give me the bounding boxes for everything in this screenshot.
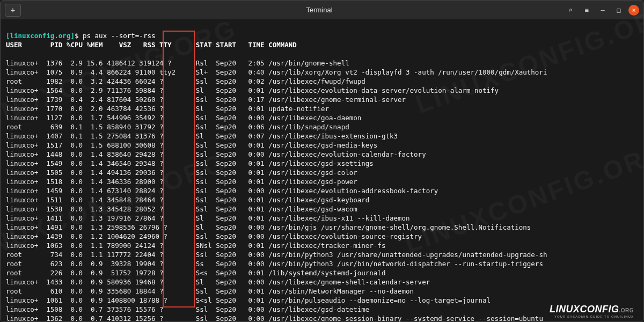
close-button[interactable]: × (628, 5, 639, 16)
process-row: linuxco+ 1075 0.9 4.4 866224 91100 tty2 … (6, 68, 638, 77)
menu-button[interactable]: ≡ (580, 4, 593, 17)
brand-logo: LINUXCONFIG.ORG YOUR SYSADMIN GUIDE TO G… (550, 304, 634, 318)
maximize-button[interactable]: □ (612, 4, 625, 17)
process-row: linuxco+ 1439 0.0 1.2 1004620 24960 ? Ss… (6, 232, 638, 241)
process-row: linuxco+ 1564 0.0 2.9 711376 59884 ? Sl … (6, 86, 638, 95)
logo-suffix: .ORG (619, 308, 634, 313)
process-row: linuxco+ 1770 0.0 2.0 463784 42536 ? Sl … (6, 104, 638, 113)
process-row: linuxco+ 1505 0.0 1.4 494136 29036 ? Ssl… (6, 168, 638, 177)
process-row: linuxco+ 1433 0.0 0.9 580936 19468 ? Sl … (6, 277, 638, 287)
titlebar-right: ⌕ ≡ — □ × (564, 4, 639, 17)
prompt-hostname: linuxconfig.org (10, 32, 71, 40)
ps-header-row: USER PID %CPU %MEM VSZ RSS TTY STAT STAR… (6, 40, 638, 49)
process-row: root 623 0.0 0.9 39328 19904 ? Ss Sep20 … (6, 259, 638, 268)
process-row: root 639 0.1 1.5 858940 31792 ? Ssl Sep2… (6, 122, 638, 131)
process-row: linuxco+ 1508 0.0 0.7 373576 15576 ? Ssl… (6, 305, 638, 314)
process-row: linuxco+ 1491 0.0 1.3 2598536 26796 ? Sl… (6, 223, 638, 232)
process-row: linuxco+ 1061 0.0 0.9 1408800 18788 ? S<… (6, 296, 638, 305)
prompt-bracket-open: [ (6, 32, 10, 40)
minimize-button[interactable]: — (596, 4, 609, 17)
process-row: root 226 0.0 0.9 51752 19728 ? S<s Sep20… (6, 268, 638, 277)
minimize-icon: — (601, 6, 604, 14)
process-row: linuxco+ 1411 0.0 1.3 197916 27864 ? Sl … (6, 214, 638, 223)
search-button[interactable]: ⌕ (564, 4, 577, 17)
logo-tagline: YOUR SYSADMIN GUIDE TO GNU/LINUX (550, 315, 634, 318)
command-text: ps aux --sort=-rss (83, 32, 155, 40)
prompt-bracket-close: ] (70, 32, 75, 40)
process-row: linuxco+ 1739 0.4 2.4 817604 50260 ? Ssl… (6, 95, 638, 104)
process-row: root 610 0.0 0.9 335680 18844 ? Ssl Sep2… (6, 287, 638, 296)
process-row: linuxco+ 1407 0.1 1.5 275084 31376 ? Sl … (6, 131, 638, 141)
search-icon: ⌕ (568, 6, 572, 14)
process-row: root 1982 0.0 3.2 424436 66024 ? Ssl Sep… (6, 77, 638, 86)
menu-icon: ≡ (584, 6, 588, 14)
process-row: linuxco+ 1518 0.0 1.4 346336 28900 ? Ssl… (6, 177, 638, 186)
terminal-output[interactable]: [linuxconfig.org]$ ps aux --sort=-rss US… (1, 20, 643, 322)
prompt-dollar: $ (75, 32, 83, 40)
process-row: linuxco+ 1538 0.0 1.3 345428 28052 ? Ssl… (6, 204, 638, 214)
process-row: linuxco+ 1517 0.0 1.5 688100 30608 ? Ssl… (6, 141, 638, 150)
maximize-icon: □ (617, 6, 620, 14)
process-row: linuxco+ 1448 0.0 1.4 838640 29428 ? Ssl… (6, 150, 638, 159)
process-row: linuxco+ 1511 0.0 1.4 345848 28464 ? Ssl… (6, 195, 638, 204)
process-row: linuxco+ 1063 0.0 1.1 789900 24124 ? SNs… (6, 241, 638, 250)
window-title: Terminal (75, 6, 564, 14)
logo-main: LINUXCONFIG (550, 304, 619, 314)
process-row: linuxco+ 1459 0.0 1.4 673140 28824 ? Ssl… (6, 186, 638, 195)
process-row: linuxco+ 1376 2.9 15.6 4186412 319124 ? … (6, 58, 638, 68)
process-row: linuxco+ 1127 0.0 1.7 544996 35492 ? Ssl… (6, 113, 638, 122)
process-row: linuxco+ 1549 0.0 1.4 346540 29348 ? Ssl… (6, 159, 638, 168)
titlebar-left: + (5, 4, 75, 17)
process-row: root 734 0.0 1.1 117772 22404 ? Ssl Sep2… (6, 250, 638, 259)
close-icon: × (632, 6, 635, 14)
process-row: linuxco+ 1362 0.0 0.7 410312 15256 ? Ssl… (6, 314, 638, 322)
new-tab-button[interactable]: + (5, 4, 21, 17)
window-titlebar: + Terminal ⌕ ≡ — □ × (1, 1, 643, 20)
